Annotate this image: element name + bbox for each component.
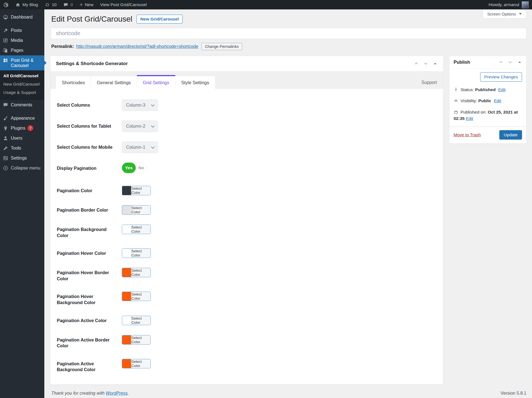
sidebar-item-users[interactable]: Users bbox=[0, 133, 44, 143]
wordpress-menu[interactable] bbox=[0, 0, 12, 9]
tab-general-settings[interactable]: General Settings bbox=[91, 76, 137, 89]
move-down-icon[interactable] bbox=[423, 61, 428, 66]
color-swatch[interactable] bbox=[122, 359, 131, 368]
menu-separator bbox=[0, 22, 44, 25]
move-to-trash-link[interactable]: Move to Trash bbox=[454, 132, 481, 137]
sidebar-item-pages[interactable]: Pages bbox=[0, 45, 44, 55]
preview-changes-button[interactable]: Preview Changes bbox=[480, 72, 522, 82]
screen-options-button[interactable]: Screen Options bbox=[483, 9, 526, 19]
support-link[interactable]: Support bbox=[421, 76, 437, 89]
select-color-button[interactable]: Select Color bbox=[131, 249, 150, 258]
footer-thanks-text: Thank you for creating with bbox=[51, 391, 104, 396]
select-columns-tablet-dropdown[interactable]: Column-2 bbox=[122, 120, 158, 132]
sidebar-item-comments[interactable]: Comments bbox=[0, 100, 44, 110]
post-title-input[interactable] bbox=[51, 28, 526, 39]
submenu-usage-support[interactable]: Usage & Support bbox=[0, 88, 44, 97]
display-pagination-toggle[interactable]: Yes No bbox=[122, 163, 147, 173]
edit-visibility-link[interactable]: Edit bbox=[494, 98, 501, 103]
visibility-row: Visibility: Public Edit bbox=[454, 97, 522, 104]
color-swatch[interactable] bbox=[122, 335, 131, 344]
collapse-panel-icon[interactable] bbox=[433, 61, 438, 66]
pagination-border-color-picker[interactable]: Select Color bbox=[122, 205, 151, 215]
display-pagination-row: Display Pagination Yes No bbox=[57, 163, 435, 173]
field-label: Display Pagination bbox=[57, 163, 122, 171]
sidebar-item-plugins[interactable]: Plugins 7 bbox=[0, 123, 44, 133]
field-label: Select Columns for Mobile bbox=[57, 142, 122, 150]
select-columns-mobile-dropdown[interactable]: Column-1 bbox=[122, 142, 158, 153]
pagination-hover-background-color-picker[interactable]: Select Color bbox=[122, 292, 151, 301]
submenu-all-grid-carousel[interactable]: All Grid/Carousel bbox=[0, 72, 44, 80]
admin-bar-comments[interactable]: 0 bbox=[60, 0, 76, 9]
screen-options-label: Screen Options bbox=[487, 12, 516, 16]
sidebar-item-label: Media bbox=[11, 38, 23, 43]
dashboard-icon bbox=[3, 14, 8, 20]
sidebar-item-posts[interactable]: Posts bbox=[0, 25, 44, 35]
pagination-border-color-row: Pagination Border Color Select Color bbox=[57, 205, 435, 215]
color-swatch[interactable] bbox=[122, 206, 131, 214]
toggle-yes-option[interactable]: Yes bbox=[122, 163, 136, 173]
select-color-button[interactable]: Select Color bbox=[131, 268, 150, 277]
move-up-icon[interactable] bbox=[414, 61, 419, 66]
admin-bar-new[interactable]: + New bbox=[76, 0, 97, 9]
pagination-color-picker[interactable]: Select Color bbox=[122, 186, 151, 195]
color-swatch[interactable] bbox=[122, 249, 131, 258]
wordpress-admin-screen: My Blog 10 0 + New View Post Grid/Carous… bbox=[0, 0, 532, 398]
pagination-hover-color-picker[interactable]: Select Color bbox=[122, 248, 151, 258]
published-on-label: Published on: bbox=[461, 110, 487, 114]
page-header: Edit Post Grid/Carousel New Grid/Carouse… bbox=[44, 9, 532, 24]
edit-status-link[interactable]: Edit bbox=[498, 87, 506, 92]
admin-bar-view-post[interactable]: View Post Grid/Carousel bbox=[97, 0, 150, 9]
tab-grid-settings[interactable]: Grid Settings bbox=[137, 75, 175, 89]
sidebar-item-tools[interactable]: Tools bbox=[0, 143, 44, 153]
sidebar-item-label: Tools bbox=[11, 145, 21, 151]
sidebar-collapse-menu[interactable]: Collapse menu bbox=[0, 163, 44, 173]
move-down-icon[interactable] bbox=[508, 60, 513, 65]
tab-shortcodes[interactable]: Shortcodes bbox=[56, 76, 91, 89]
sidebar-item-appearance[interactable]: Appearance bbox=[0, 113, 44, 123]
submenu-new-grid-carousel[interactable]: New Grid/Carousel bbox=[0, 80, 44, 88]
select-color-button[interactable]: Select Color bbox=[131, 359, 150, 368]
sidebar-item-media[interactable]: Media bbox=[0, 35, 44, 45]
pagination-background-color-picker[interactable]: Select Color bbox=[122, 225, 151, 234]
select-color-button[interactable]: Select Color bbox=[131, 335, 150, 344]
update-button[interactable]: Update bbox=[499, 130, 522, 140]
change-permalinks-button[interactable]: Change Permalinks bbox=[201, 43, 242, 50]
color-swatch[interactable] bbox=[122, 268, 131, 277]
collapse-panel-icon[interactable] bbox=[517, 60, 522, 65]
calendar-icon bbox=[454, 110, 458, 114]
pagination-active-color-picker[interactable]: Select Color bbox=[122, 316, 151, 325]
panel-title: Settings & Shortcode Generator bbox=[56, 61, 128, 66]
tabs: Shortcodes General Settings Grid Setting… bbox=[56, 75, 215, 89]
admin-bar-account[interactable]: Howdy, armanul bbox=[485, 0, 532, 9]
field-label: Pagination Active Color bbox=[57, 316, 122, 324]
admin-bar-updates[interactable]: 10 bbox=[41, 0, 60, 9]
published-on-row: Published on: Oct 25, 2021 at 02:35 Edit bbox=[454, 109, 522, 122]
admin-bar-site-name[interactable]: My Blog bbox=[12, 0, 41, 9]
tab-style-settings[interactable]: Style Settings bbox=[175, 76, 215, 89]
sidebar-item-dashboard[interactable]: Dashboard bbox=[0, 12, 44, 22]
move-up-icon[interactable] bbox=[498, 60, 503, 65]
select-color-button[interactable]: Select Color bbox=[131, 206, 150, 214]
toggle-no-option[interactable]: No bbox=[136, 163, 147, 173]
permalink-url-link[interactable]: http://masudr.com/arman/directorist/?adl… bbox=[76, 44, 198, 49]
select-color-button[interactable]: Select Color bbox=[131, 186, 150, 195]
pagination-hover-border-color-picker[interactable]: Select Color bbox=[122, 268, 151, 277]
select-color-button[interactable]: Select Color bbox=[131, 225, 150, 234]
color-swatch[interactable] bbox=[122, 186, 131, 195]
edit-published-link[interactable]: Edit bbox=[466, 116, 473, 121]
sidebar-item-post-grid-carousel[interactable]: Post Grid & Carousel bbox=[0, 55, 44, 70]
select-columns-dropdown[interactable]: Column-3 bbox=[122, 99, 158, 111]
color-swatch[interactable] bbox=[122, 225, 131, 234]
pagination-active-background-color-picker[interactable]: Select Color bbox=[122, 359, 151, 368]
wordpress-link[interactable]: WordPress bbox=[106, 391, 128, 396]
users-icon bbox=[3, 135, 8, 141]
menu-separator bbox=[0, 110, 44, 113]
color-swatch[interactable] bbox=[122, 316, 131, 325]
color-swatch[interactable] bbox=[122, 292, 131, 301]
select-color-button[interactable]: Select Color bbox=[131, 316, 150, 325]
pagination-active-border-color-picker[interactable]: Select Color bbox=[122, 335, 151, 345]
new-grid-carousel-button[interactable]: New Grid/Carousel bbox=[137, 15, 183, 24]
select-color-button[interactable]: Select Color bbox=[131, 292, 150, 301]
new-label: New bbox=[85, 2, 93, 7]
sidebar-item-settings[interactable]: Settings bbox=[0, 153, 44, 163]
